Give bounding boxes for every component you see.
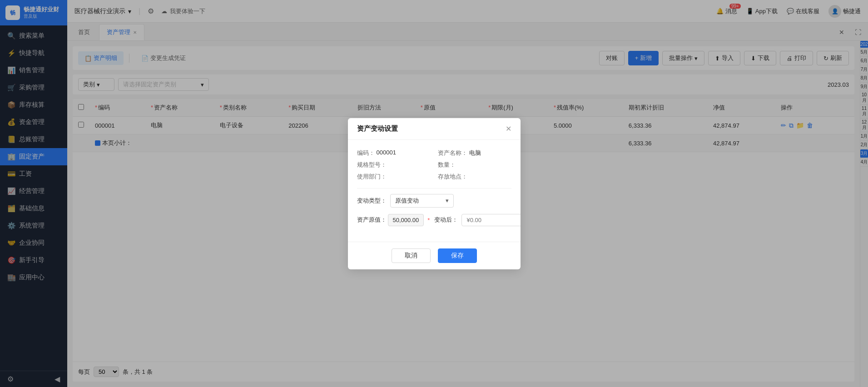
modal-title: 资产变动设置 [357, 124, 398, 133]
modal-divider [357, 188, 511, 189]
modal-footer: 取消 保存 [348, 242, 521, 269]
modal-overlay[interactable]: 资产变动设置 ✕ 编码： 000001 资产名称： 电脑 规格型号： 数量： [0, 0, 868, 387]
modal-code-field: 编码： 000001 [357, 149, 431, 157]
modal-dept-label: 使用部门： [357, 173, 387, 181]
modal-code-label: 编码： [357, 149, 375, 157]
modal-asset-name-field: 资产名称： 电脑 [438, 149, 511, 157]
modal-location-field: 存放地点： [438, 173, 511, 181]
modal-quantity-label: 数量： [438, 161, 456, 169]
modal-info-grid: 编码： 000001 资产名称： 电脑 规格型号： 数量： 使用部门： [357, 149, 511, 181]
modal-save-btn[interactable]: 保存 [438, 248, 477, 263]
modal-after-label: 变动后： [434, 216, 458, 224]
modal-original-value-label: 资产原值： [357, 216, 384, 224]
modal-asset-name-label: 资产名称： [438, 149, 467, 157]
modal-change-type-value: 原值变动 [395, 197, 419, 205]
modal-quantity-field: 数量： [438, 161, 511, 169]
modal-change-type-label: 变动类型： [357, 197, 387, 205]
modal-body: 编码： 000001 资产名称： 电脑 规格型号： 数量： 使用部门： [348, 140, 521, 242]
modal-header: 资产变动设置 ✕ [348, 118, 521, 140]
asset-change-modal: 资产变动设置 ✕ 编码： 000001 资产名称： 电脑 规格型号： 数量： [348, 118, 521, 269]
modal-change-type-row: 变动类型： 原值变动 ▾ [357, 194, 511, 208]
modal-code-value: 000001 [377, 149, 396, 157]
modal-spec-field: 规格型号： [357, 161, 431, 169]
modal-spec-label: 规格型号： [357, 161, 387, 169]
modal-location-label: 存放地点： [438, 173, 467, 181]
modal-dept-field: 使用部门： [357, 173, 431, 181]
modal-close-btn[interactable]: ✕ [506, 124, 511, 133]
required-marker: * [427, 217, 430, 223]
modal-asset-name-value: 电脑 [469, 149, 481, 157]
modal-after-input[interactable] [461, 214, 520, 226]
modal-cancel-btn[interactable]: 取消 [392, 248, 431, 263]
modal-change-type-arrow-icon: ▾ [446, 197, 449, 204]
modal-original-value-row: 资产原值： 50,000.00 * 变动后： [357, 214, 511, 226]
modal-change-type-select[interactable]: 原值变动 ▾ [390, 194, 454, 208]
modal-original-value-display: 50,000.00 [388, 214, 424, 226]
